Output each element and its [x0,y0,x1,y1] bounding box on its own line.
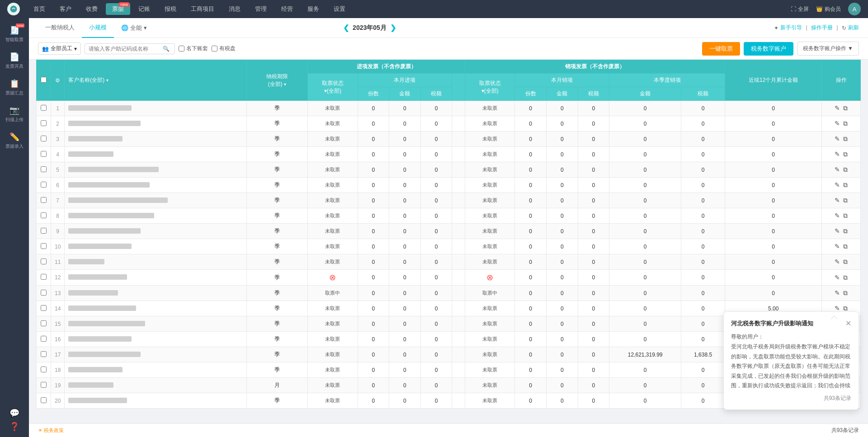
edit-button[interactable]: ✎ [834,150,841,159]
copy-button[interactable]: ⧉ [842,134,849,144]
sidebar-item-invoice-open[interactable]: 📄 发票开具 [2,48,27,73]
row-checkbox[interactable] [41,166,47,172]
row-checkbox[interactable] [41,243,47,249]
row-checkbox[interactable] [41,258,47,264]
edit-button[interactable]: ✎ [834,273,841,282]
chat-icon[interactable]: 💬 [9,408,19,418]
copy-button[interactable]: ⧉ [842,273,849,282]
edit-button[interactable]: ✎ [834,242,841,251]
fullscreen-button[interactable]: ⛶ 全屏 [791,5,809,13]
row-checkbox[interactable] [41,305,47,311]
tax-digital-account-button[interactable]: 税务数字账户 [744,42,793,56]
nav-message[interactable]: 消息 [222,3,247,15]
copy-button[interactable]: ⧉ [842,180,849,190]
under-account-checkbox[interactable]: 名下账套 [179,45,208,52]
copy-button[interactable]: ⧉ [842,257,849,267]
prev-month-button[interactable]: ❮ [343,23,349,32]
member-label: 购会员 [825,5,841,13]
under-account-check[interactable] [179,46,184,52]
row-checkbox[interactable] [41,397,47,403]
row-checkbox[interactable] [41,212,47,218]
nav-settings[interactable]: 设置 [327,3,352,15]
sidebar-item-smart-invoice[interactable]: 🧾 智能取票 new [2,22,27,47]
one-click-invoice-button[interactable]: 一键取票 [702,42,740,56]
edit-button[interactable]: ✎ [834,257,841,266]
col-12month-cumulative: 近续12个月累计金额 [725,60,822,101]
has-tax-disk-checkbox[interactable]: 有税盘 [212,45,236,52]
copy-button[interactable]: ⧉ [842,226,849,236]
edit-button[interactable]: ✎ [834,196,841,205]
nav-operation[interactable]: 经营 [275,3,299,15]
row-checkbox[interactable] [41,382,47,388]
copy-button[interactable]: ⧉ [842,119,849,128]
output-count-cell: 0 [515,270,547,286]
cumulative-cell: 0 [725,254,822,270]
settings-icon[interactable]: ⚙ [55,77,60,84]
input-empty-cell [452,178,465,193]
nav-invoice[interactable]: 票据 new [106,3,130,15]
nav-customer[interactable]: 客户 [53,3,78,15]
tax-policy-link[interactable]: ☀ 税务政策 [38,427,64,434]
edit-button[interactable]: ✎ [834,165,841,174]
search-input[interactable] [89,46,161,52]
edit-button[interactable]: ✎ [834,134,841,143]
nav-accounting[interactable]: 记账 [132,3,156,15]
copy-button[interactable]: ⧉ [842,165,849,174]
notif-close-button[interactable]: ✕ [845,319,851,328]
staff-select[interactable]: 👥 全部员工 ▾ [38,42,81,55]
nav-manage[interactable]: 管理 [249,3,273,15]
operation-manual-link[interactable]: 操作手册 [811,24,833,32]
nav-tax[interactable]: 报税 [158,3,183,15]
input-empty-cell [452,332,465,347]
row-checkbox[interactable] [41,290,47,296]
new-user-guide-link[interactable]: 新手引导 [780,24,802,32]
edit-button[interactable]: ✎ [834,226,841,235]
row-checkbox[interactable] [41,320,47,326]
row-checkbox[interactable] [41,351,47,357]
sidebar-item-invoice-summary[interactable]: 📋 票据汇总 [2,75,27,100]
edit-button[interactable]: ✎ [834,180,841,189]
row-checkbox[interactable] [41,197,47,203]
refresh-button[interactable]: 刷新 [848,24,859,32]
status-label: 未取票 [325,182,340,188]
tax-digital-account-action-button[interactable]: 税务数字账户操作 ▼ [797,42,859,56]
edit-button[interactable]: ✎ [834,211,841,220]
copy-button[interactable]: ⧉ [842,211,849,221]
input-count-cell: 0 [358,332,389,347]
nav-service[interactable]: 服务 [301,3,326,15]
output-amount-cell: 0 [546,301,578,316]
row-checkbox[interactable] [41,182,47,188]
row-checkbox[interactable] [41,336,47,342]
row-checkbox[interactable] [41,105,47,111]
sidebar-item-invoice-entry[interactable]: ✏️ 票据录入 [2,128,27,153]
sidebar-item-scan-upload[interactable]: 📷 扫描上传 [2,102,27,127]
tab-small-scale[interactable]: 小规模 [82,18,114,38]
help-icon[interactable]: ❓ [9,422,19,432]
member-button[interactable]: 👑 购会员 [816,5,841,13]
next-month-button[interactable]: ❯ [390,23,396,32]
row-checkbox[interactable] [41,274,47,280]
nav-fee[interactable]: 收费 [80,3,104,15]
copy-button[interactable]: ⧉ [842,103,849,113]
copy-button[interactable]: ⧉ [842,288,849,298]
tab-general-taxpayer[interactable]: 一般纳税人 [38,18,82,38]
edit-button[interactable]: ✎ [834,119,841,128]
copy-button[interactable]: ⧉ [842,196,849,205]
copy-button[interactable]: ⧉ [842,242,849,251]
row-checkbox[interactable] [41,367,47,372]
output-amount-cell: 0 [546,193,578,208]
row-checkbox[interactable] [41,151,47,157]
edit-button[interactable]: ✎ [834,103,841,113]
avatar[interactable]: A [848,3,861,15]
row-checkbox[interactable] [41,136,47,141]
row-checkbox[interactable] [41,228,47,234]
nav-home[interactable]: 首页 [27,3,52,15]
select-all-checkbox[interactable] [41,77,47,83]
row-checkbox[interactable] [41,120,47,126]
nav-business[interactable]: 工商项目 [184,3,221,15]
tab-all-capability[interactable]: 🌐 全能 ▾ [114,19,154,38]
copy-button[interactable]: ⧉ [842,150,849,159]
edit-button[interactable]: ✎ [834,288,841,297]
has-tax-disk-check[interactable] [212,46,217,52]
customer-name-blurred: █ [68,105,132,111]
